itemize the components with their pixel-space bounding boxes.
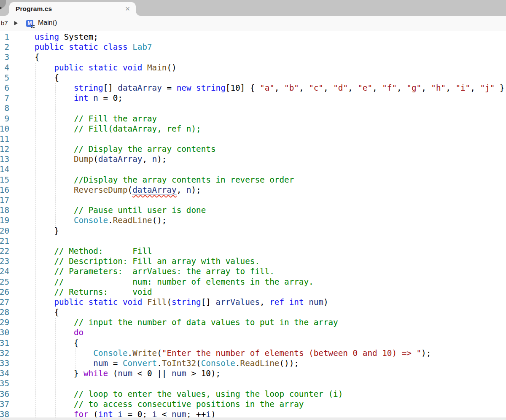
line-number[interactable]: 10	[0, 124, 9, 134]
code-line[interactable]	[35, 164, 505, 175]
code-editor[interactable]: 1234567891011121314151617181920212223242…	[0, 31, 506, 420]
code-line[interactable]: // Fill the array	[35, 114, 505, 124]
code-line[interactable]: // Pause until user is done	[35, 205, 505, 215]
line-number[interactable]: 35	[0, 379, 9, 389]
line-number[interactable]: 27	[0, 297, 9, 307]
gutter: 1234567891011121314151617181920212223242…	[0, 32, 9, 420]
code-line[interactable]: do	[35, 328, 505, 338]
code-line[interactable]: ReverseDump(dataArray, n);	[35, 185, 505, 195]
line-number[interactable]: 17	[0, 195, 9, 205]
line-number[interactable]: 18	[0, 205, 9, 215]
code-line[interactable]: } while (num < 0 || num > 10);	[35, 369, 505, 379]
code-line[interactable]: // Fill(dataArray, ref n);	[35, 124, 505, 134]
code-line[interactable]: // Description: Fill an array with value…	[35, 256, 505, 267]
code-line[interactable]: num = Convert.ToInt32(Console.ReadLine()…	[35, 358, 505, 369]
line-number[interactable]: 12	[0, 144, 9, 154]
line-number[interactable]: 20	[0, 226, 9, 236]
line-number[interactable]: 26	[0, 287, 9, 297]
code-line[interactable]: // Method: Fill	[35, 246, 505, 256]
line-number[interactable]: 37	[0, 399, 9, 409]
line-number[interactable]: 2	[0, 42, 9, 52]
code-line[interactable]: // Returns: void	[35, 287, 505, 297]
line-number[interactable]: 9	[0, 114, 9, 124]
line-number[interactable]: 8	[0, 103, 9, 113]
close-icon[interactable]: ×	[125, 4, 130, 13]
breadcrumb-method[interactable]: Main()	[38, 19, 57, 27]
line-number[interactable]: 3	[0, 52, 9, 62]
breadcrumb-class[interactable]: b7	[1, 19, 8, 27]
code-line[interactable]: // Display the array contents	[35, 144, 505, 154]
code-line[interactable]: public static class Lab7	[35, 42, 505, 52]
tab-bar: Program.cs ×	[0, 0, 506, 16]
code-line[interactable]: int n = 0;	[35, 93, 505, 103]
code-line[interactable]: //Display the array contents in reverse …	[35, 175, 505, 185]
line-number[interactable]: 19	[0, 215, 9, 226]
breadcrumb-bar: b7 M Main()	[0, 16, 506, 31]
code-line[interactable]: // to access consecutive positions in th…	[35, 399, 505, 409]
tab-overflow-arrow-icon[interactable]	[0, 6, 2, 10]
line-number[interactable]: 5	[0, 73, 9, 83]
code-line[interactable]: Console.Write("Enter the number of eleme…	[35, 348, 505, 358]
line-number[interactable]: 6	[0, 83, 9, 93]
code-lines[interactable]: using System;public static class Lab7{ p…	[35, 32, 505, 420]
tab-program-cs[interactable]: Program.cs ×	[9, 2, 136, 16]
code-line[interactable]: string[] dataArray = new string[10] { "a…	[35, 83, 505, 93]
method-badge-dots-icon	[31, 25, 35, 28]
code-line[interactable]: // loop to enter the values, using the l…	[35, 389, 505, 399]
line-number[interactable]: 22	[0, 246, 9, 256]
code-line[interactable]	[35, 195, 505, 205]
line-number[interactable]: 29	[0, 318, 9, 328]
code-line[interactable]	[35, 103, 505, 113]
code-line[interactable]: public static void Fill(string[] arrValu…	[35, 297, 505, 307]
code-line[interactable]: // num: number of elements in the array.	[35, 277, 505, 287]
chevron-right-icon[interactable]	[14, 21, 18, 25]
line-number[interactable]: 15	[0, 175, 9, 185]
code-line[interactable]	[35, 134, 505, 144]
line-number[interactable]: 36	[0, 389, 9, 399]
code-line[interactable]: {	[35, 338, 505, 348]
tab-title: Program.cs	[16, 5, 52, 13]
line-number[interactable]: 11	[0, 134, 9, 144]
code-line[interactable]: using System;	[35, 32, 505, 42]
line-number[interactable]: 30	[0, 328, 9, 338]
code-line[interactable]: {	[35, 307, 505, 318]
line-number[interactable]: 34	[0, 369, 9, 379]
line-number[interactable]: 24	[0, 267, 9, 277]
line-number[interactable]: 16	[0, 185, 9, 195]
line-number[interactable]: 28	[0, 307, 9, 318]
line-number[interactable]: 23	[0, 256, 9, 267]
hscrollbar-track[interactable]	[0, 417, 506, 420]
line-number[interactable]: 32	[0, 348, 9, 358]
code-line[interactable]: {	[35, 73, 505, 83]
code-line[interactable]	[35, 236, 505, 246]
line-number[interactable]: 7	[0, 93, 9, 103]
code-line[interactable]: }	[35, 226, 505, 236]
code-line[interactable]	[35, 379, 505, 389]
line-number[interactable]: 1	[0, 32, 9, 42]
line-number[interactable]: 13	[0, 154, 9, 164]
code-line[interactable]: Console.ReadLine();	[35, 215, 505, 226]
code-line[interactable]: // input the number of data values to pu…	[35, 318, 505, 328]
line-number[interactable]: 14	[0, 164, 9, 175]
line-number[interactable]: 31	[0, 338, 9, 348]
code-line[interactable]: Dump(dataArray, n);	[35, 154, 505, 164]
code-line[interactable]: {	[35, 52, 505, 62]
code-line[interactable]: public static void Main()	[35, 63, 505, 73]
line-number[interactable]: 21	[0, 236, 9, 246]
line-number[interactable]: 4	[0, 63, 9, 73]
line-number[interactable]: 25	[0, 277, 9, 287]
code-line[interactable]: // Parameters: arrValues: the array to f…	[35, 267, 505, 277]
line-number[interactable]: 33	[0, 358, 9, 369]
